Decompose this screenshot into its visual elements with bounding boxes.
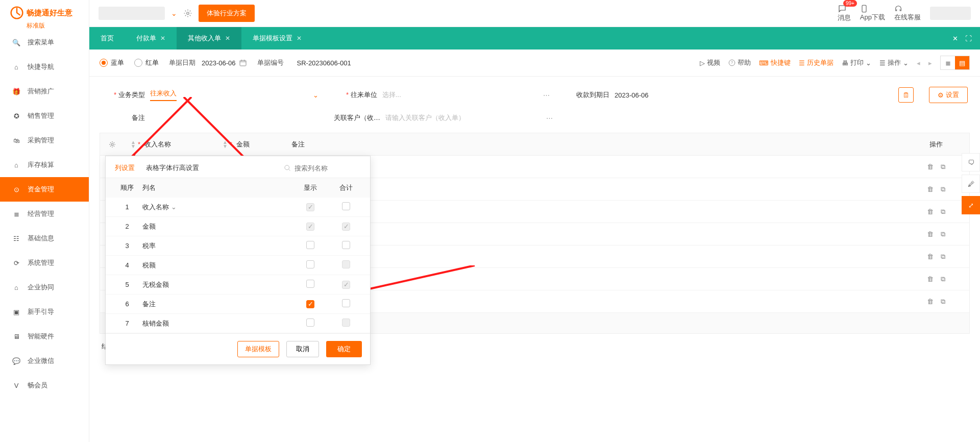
settings-button[interactable]: ⚙ 设置 — [929, 87, 968, 103]
show-checkbox: ✓ — [292, 223, 328, 231]
sidebar-item-6[interactable]: ⊙资金管理 — [0, 177, 89, 202]
next-icon[interactable]: ▸ — [928, 59, 932, 67]
brand-name: 畅捷通好生意 — [27, 8, 72, 18]
copy-icon[interactable]: ⧉ — [941, 253, 945, 261]
calendar-icon[interactable] — [239, 59, 247, 67]
sidebar-item-5[interactable]: ⌂库存核算 — [0, 153, 89, 177]
sidebar-item-12[interactable]: 🖥智能硬件 — [0, 324, 89, 349]
chevron-down-icon[interactable]: ⌄ — [171, 203, 177, 211]
tab-0[interactable]: 首页 — [89, 27, 125, 50]
popover-tab-columns[interactable]: 列设置 — [115, 163, 135, 173]
partner-label: 往来单位 — [351, 91, 377, 99]
search-icon — [284, 164, 291, 172]
copy-icon[interactable]: ⧉ — [941, 275, 945, 283]
delete-icon[interactable]: 🗑 — [927, 230, 934, 238]
svg-point-1 — [187, 12, 189, 15]
close-tab-icon[interactable]: ✕ — [952, 35, 958, 42]
delete-icon[interactable]: 🗑 — [927, 298, 934, 306]
confirm-button[interactable]: 确定 — [326, 341, 362, 357]
rail-attach-icon[interactable]: 🖉 — [962, 175, 980, 193]
column-settings-button[interactable] — [100, 140, 125, 149]
popover-tab-font[interactable]: 表格字体行高设置 — [146, 163, 199, 173]
sidebar-icon: 💬 — [11, 356, 21, 366]
delete-icon[interactable]: 🗑 — [927, 208, 934, 216]
view-card-icon[interactable]: ▤ — [955, 56, 969, 69]
customer-service-button[interactable]: 在线客服 — [894, 5, 921, 22]
fullscreen-icon[interactable]: ⛶ — [965, 35, 972, 42]
shortcut-button[interactable]: ⌨ 快捷键 — [759, 58, 791, 67]
video-button[interactable]: ▷ 视频 — [700, 58, 720, 67]
sidebar-item-9[interactable]: ⟳系统管理 — [0, 251, 89, 275]
sidebar-item-10[interactable]: ⌂企业协同 — [0, 275, 89, 300]
blue-doc-radio[interactable]: 蓝单 — [100, 58, 124, 67]
sidebar-icon: ⌂ — [11, 282, 21, 292]
calendar-button[interactable]: 🗓 — [898, 87, 914, 103]
close-icon[interactable]: ✕ — [225, 35, 230, 42]
company-selector[interactable] — [99, 7, 165, 20]
doc-no-label: 单据编号 — [257, 58, 284, 67]
pop-col-show: 显示 — [292, 183, 328, 192]
gear-icon[interactable] — [183, 9, 192, 18]
ops-button[interactable]: ☰ 操作 ⌄ — [879, 58, 909, 67]
user-avatar[interactable] — [930, 7, 971, 20]
delete-icon[interactable]: 🗑 — [927, 275, 934, 283]
sidebar-item-7[interactable]: ≣经营管理 — [0, 202, 89, 226]
copy-icon[interactable]: ⧉ — [941, 163, 945, 171]
doc-template-button[interactable]: 单据模板 — [237, 341, 279, 357]
sum-checkbox — [328, 260, 364, 270]
sidebar-item-13[interactable]: 💬企业微信 — [0, 349, 89, 373]
remark-label: 备注 — [102, 113, 145, 122]
popover-search-input[interactable] — [295, 164, 361, 172]
messages-button[interactable]: 消息 99+ — [838, 4, 851, 22]
rail-note-icon[interactable]: 🗨 — [962, 153, 980, 171]
app-download-button[interactable]: App下载 — [860, 5, 885, 22]
sidebar-item-0[interactable]: 🔍搜索菜单 — [0, 30, 89, 55]
copy-icon[interactable]: ⧉ — [941, 208, 945, 216]
prev-icon[interactable]: ◂ — [917, 59, 920, 67]
sidebar-item-11[interactable]: ▣新手引导 — [0, 300, 89, 324]
sidebar-item-1[interactable]: ⌂快捷导航 — [0, 55, 89, 79]
partner-select[interactable]: 选择... ⋯ — [382, 90, 551, 100]
messages-badge: 99+ — [843, 0, 857, 7]
tab-1[interactable]: 付款单✕ — [125, 27, 177, 50]
print-button[interactable]: 🖶 打印 ⌄ — [842, 58, 871, 67]
delete-icon[interactable]: 🗑 — [927, 163, 934, 171]
rail-expand-icon[interactable]: ⤢ — [962, 196, 980, 214]
view-list-icon[interactable]: ≣ — [941, 56, 955, 69]
sidebar-icon: ☷ — [11, 233, 21, 243]
delete-icon[interactable]: 🗑 — [927, 253, 934, 261]
col-income-name[interactable]: ▲▼*收入名称 — [125, 140, 216, 149]
sidebar-item-14[interactable]: V畅会员 — [0, 373, 89, 398]
popover-row: 3税率 — [106, 236, 370, 256]
sidebar-item-4[interactable]: 🛍采购管理 — [0, 128, 89, 153]
close-icon[interactable]: ✕ — [160, 35, 165, 42]
sum-checkbox — [328, 202, 364, 212]
doc-date-value[interactable]: 2023-06-06 — [202, 59, 236, 67]
close-icon[interactable]: ✕ — [297, 35, 302, 42]
biz-type-select[interactable]: 往来收入 ⌄ — [150, 89, 318, 101]
sidebar-item-2[interactable]: 🎁营销推广 — [0, 79, 89, 104]
doc-date-label: 单据日期 — [169, 58, 195, 67]
copy-icon[interactable]: ⧉ — [941, 185, 945, 193]
popover-row: 6备注✓ — [106, 294, 370, 314]
due-date-value[interactable]: 2023-06-06 — [615, 91, 649, 99]
cancel-button[interactable]: 取消 — [286, 341, 319, 357]
rel-customer-input[interactable]: 请输入关联客户（收入单） ⋯ — [385, 113, 554, 122]
tab-3[interactable]: 单据模板设置✕ — [241, 27, 313, 50]
copy-icon[interactable]: ⧉ — [941, 298, 945, 306]
delete-icon[interactable]: 🗑 — [927, 185, 934, 193]
sum-checkbox — [328, 241, 364, 251]
copy-icon[interactable]: ⧉ — [941, 230, 945, 238]
help-button[interactable]: ?帮助 — [728, 58, 751, 67]
chevron-down-icon[interactable]: ⌄ — [171, 9, 177, 17]
sidebar-item-8[interactable]: ☷基础信息 — [0, 226, 89, 251]
tab-2[interactable]: 其他收入单✕ — [177, 27, 241, 50]
view-toggle[interactable]: ≣ ▤ — [940, 56, 970, 70]
col-amount[interactable]: ▲▼*金额 — [216, 140, 285, 149]
sidebar-item-3[interactable]: ✪销售管理 — [0, 104, 89, 128]
try-industry-button[interactable]: 体验行业方案 — [199, 5, 255, 22]
show-checkbox — [292, 241, 328, 251]
history-button[interactable]: ☰ 历史单据 — [799, 58, 834, 67]
col-remark[interactable]: 备注 — [285, 140, 903, 149]
red-doc-radio[interactable]: 红单 — [134, 58, 159, 67]
